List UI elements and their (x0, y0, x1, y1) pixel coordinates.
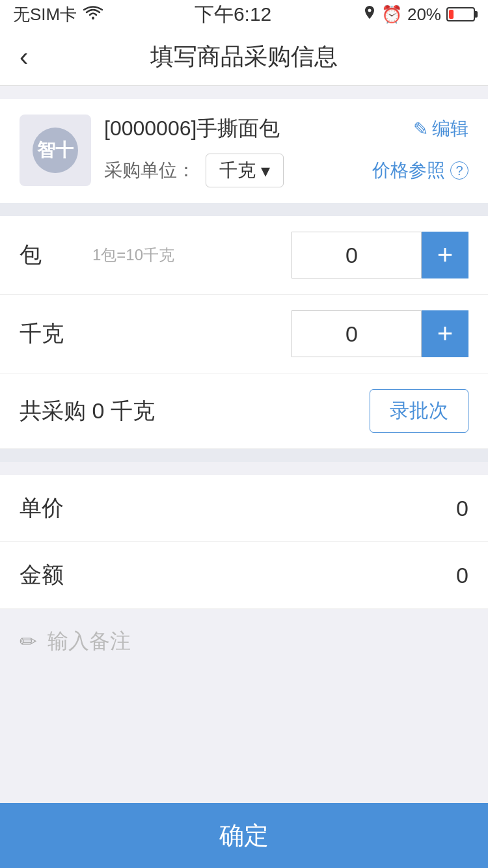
divider-1 (0, 203, 488, 216)
battery-percent: 20% (407, 5, 441, 25)
bag-input-right: + (291, 232, 468, 278)
kg-input-right: + (291, 310, 468, 357)
price-section: 单价 0 金额 0 (0, 475, 488, 609)
bag-plus-button[interactable]: + (422, 232, 468, 278)
status-time: 下午6:12 (195, 1, 271, 28)
total-purchase-text: 共采购 0 千克 (20, 396, 155, 426)
remark-section[interactable]: ✏ 输入备注 (0, 609, 488, 674)
status-left: 无SIM卡 (13, 3, 103, 26)
record-batch-button[interactable]: 录批次 (370, 389, 468, 433)
alarm-icon: ⏰ (381, 5, 402, 25)
unit-select[interactable]: 千克 ▾ (206, 154, 284, 187)
product-info: [0000006]手撕面包 ✎ 编辑 采购单位： 千克 ▾ 价格参照 ? (104, 115, 468, 187)
amount-label: 金额 (20, 560, 64, 590)
bag-input-row: 包 1包=10千克 + (0, 216, 488, 295)
product-card: 智十 [0000006]手撕面包 ✎ 编辑 采购单位： 千克 ▾ 价格参照 ? (0, 99, 488, 203)
product-full-name: [0000006]手撕面包 (104, 115, 280, 143)
pencil-icon: ✏ (20, 629, 37, 654)
amount-value: 0 (456, 563, 468, 588)
page-title: 填写商品采购信息 (150, 41, 338, 73)
battery-icon (446, 7, 475, 21)
bag-sublabel: 1包=10千克 (92, 245, 174, 265)
nav-bar: ‹ 填写商品采购信息 (0, 29, 488, 86)
product-logo: 智十 (33, 128, 78, 173)
product-unit-row: 采购单位： 千克 ▾ 价格参照 ? (104, 154, 468, 187)
divider-2 (0, 449, 488, 462)
bag-quantity-input[interactable] (291, 232, 422, 278)
unit-price-row: 单价 0 (0, 475, 488, 542)
confirm-button[interactable]: 确定 (0, 803, 488, 868)
edit-icon: ✎ (413, 118, 428, 140)
unit-label: 采购单位： (104, 158, 195, 183)
unit-price-value: 0 (456, 496, 468, 521)
edit-button[interactable]: ✎ 编辑 (413, 116, 468, 141)
kg-input-row: 千克 + (0, 295, 488, 373)
remark-placeholder: 输入备注 (47, 627, 131, 656)
bag-label: 包 (20, 240, 85, 270)
back-button[interactable]: ‹ (20, 42, 28, 72)
unit-price-label: 单价 (20, 493, 64, 523)
status-bar: 无SIM卡 下午6:12 ⏰ 20% (0, 0, 488, 29)
amount-row: 金额 0 (0, 542, 488, 609)
kg-label: 千克 (20, 319, 85, 349)
location-icon (363, 5, 376, 25)
price-reference-button[interactable]: 价格参照 ? (372, 158, 468, 183)
wifi-icon (83, 5, 103, 25)
status-right: ⏰ 20% (363, 5, 475, 25)
product-thumbnail: 智十 (20, 115, 91, 186)
info-icon: ? (450, 161, 468, 180)
kg-plus-button[interactable]: + (422, 310, 468, 357)
quantity-section: 包 1包=10千克 + 千克 + (0, 216, 488, 373)
product-name-row: [0000006]手撕面包 ✎ 编辑 (104, 115, 468, 143)
kg-quantity-input[interactable] (291, 310, 422, 357)
summary-row: 共采购 0 千克 录批次 (0, 373, 488, 449)
confirm-button-label: 确定 (219, 819, 269, 852)
carrier-label: 无SIM卡 (13, 3, 77, 26)
svg-point-0 (92, 17, 94, 20)
dropdown-icon: ▾ (261, 160, 270, 182)
